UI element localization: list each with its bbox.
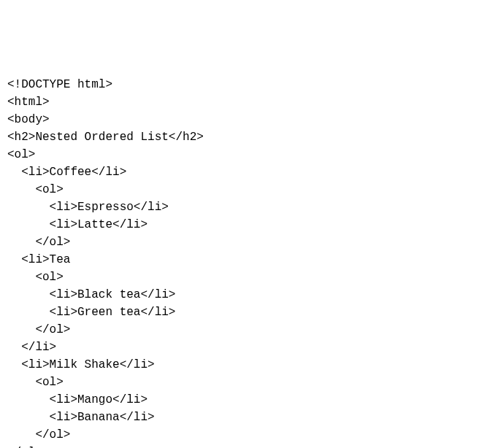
code-line: <ol> <box>7 181 483 198</box>
code-line: <ol> <box>7 374 483 391</box>
code-block: <!DOCTYPE html><html><body><h2>Nested Or… <box>7 76 483 448</box>
code-line: <li>Espresso</li> <box>7 198 483 216</box>
code-line: </li> <box>7 339 483 356</box>
code-line: <li>Banana</li> <box>7 409 483 426</box>
code-line: <ol> <box>7 269 483 286</box>
code-line: <body> <box>7 111 483 128</box>
code-line: <ol> <box>7 146 483 163</box>
code-line: <li>Milk Shake</li> <box>7 356 483 374</box>
code-line: <!DOCTYPE html> <box>7 76 483 93</box>
code-line: <li>Coffee</li> <box>7 163 483 181</box>
code-line: </ol> <box>7 426 483 444</box>
code-line: </ol> <box>7 444 483 448</box>
code-line: <li>Black tea</li> <box>7 286 483 304</box>
code-line: <li>Green tea</li> <box>7 304 483 321</box>
code-line: <li>Tea <box>7 251 483 269</box>
code-line: </ol> <box>7 233 483 251</box>
code-line: </ol> <box>7 321 483 339</box>
code-line: <html> <box>7 93 483 111</box>
code-line: <li>Latte</li> <box>7 216 483 233</box>
code-line: <h2>Nested Ordered List</h2> <box>7 128 483 146</box>
code-line: <li>Mango</li> <box>7 391 483 409</box>
